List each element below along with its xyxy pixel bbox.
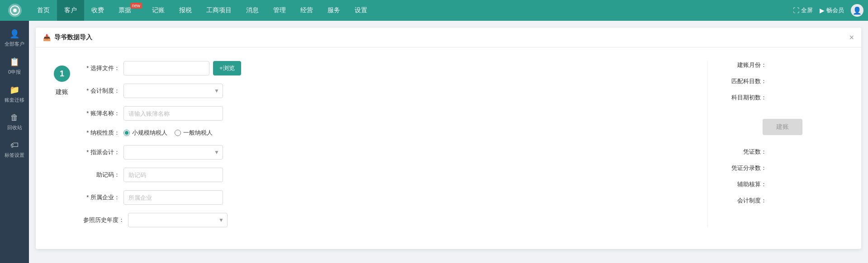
- sidebar-item-recycle[interactable]: 🗑 回收站: [0, 109, 29, 135]
- tax-type-row: * 纳税性质： 小规模纳税人 一般纳税人: [79, 129, 707, 137]
- accounting-system-label: * 会计制度：: [79, 87, 120, 95]
- assistant-code-row: 助记码：: [79, 168, 707, 182]
- vip-button[interactable]: ▶ 畅会员: [820, 6, 844, 14]
- info-voucher-entries: 凭证分录数：: [721, 164, 843, 172]
- file-row: * 选择文件： +浏览: [79, 61, 707, 75]
- nav-ticket[interactable]: 票据 new: [111, 0, 145, 21]
- accounting-system-select[interactable]: [123, 84, 223, 98]
- app-logo: [5, 0, 25, 21]
- recycle-icon: 🗑: [10, 113, 19, 122]
- history-year-select[interactable]: [128, 213, 228, 227]
- step-badge: 1: [54, 66, 70, 82]
- info-vouchers: 凭证数：: [721, 148, 843, 156]
- accounting-system-row: * 会计制度： ▼: [79, 84, 707, 98]
- ledger-migration-icon: 📁: [9, 85, 19, 95]
- step-section: 1 建账 * 选择文件： +浏览 * 会计制度：: [54, 61, 707, 227]
- accountant-label: * 指派会计：: [79, 148, 120, 156]
- dialog-body: 1 建账 * 选择文件： +浏览 * 会计制度：: [36, 47, 861, 241]
- info-period-initial-label: 科目期初数：: [721, 94, 767, 102]
- accountant-select-wrapper: ▼: [123, 145, 223, 160]
- history-year-select-wrapper: ▼: [128, 213, 228, 227]
- vip-icon: ▶: [820, 7, 825, 14]
- zero-declaration-icon: 📋: [9, 57, 19, 67]
- nav-business[interactable]: 工商项目: [199, 0, 239, 21]
- nav-fee[interactable]: 收费: [84, 0, 111, 21]
- company-label: * 所属企业：: [79, 193, 120, 202]
- info-accounting-system-label: 会计制度：: [721, 197, 767, 205]
- sidebar: 👤 全部客户 📋 0申报 📁 账套迁移 🗑 回收站 🏷 标签设置: [0, 21, 29, 263]
- file-label: * 选择文件：: [79, 64, 120, 72]
- form-section: * 选择文件： +浏览 * 会计制度： ▼: [79, 61, 707, 227]
- file-input[interactable]: [123, 61, 209, 75]
- browse-button[interactable]: +浏览: [213, 61, 241, 75]
- info-aux-accounting: 辅助核算：: [721, 180, 843, 188]
- company-row: * 所属企业：: [79, 190, 707, 205]
- assistant-code-label: 助记码：: [79, 171, 120, 179]
- nav-manage[interactable]: 管理: [266, 0, 293, 21]
- info-period-initial: 科目期初数：: [721, 94, 843, 102]
- sidebar-item-ledger-migration[interactable]: 📁 账套迁移: [0, 81, 29, 107]
- tax-radio-small[interactable]: 小规模纳税人: [123, 129, 167, 137]
- nav-right: ⛶ 全屏 ▶ 畅会员 👤: [793, 4, 863, 17]
- create-account-button[interactable]: 建账: [763, 119, 802, 135]
- accounting-system-select-wrapper: ▼: [123, 84, 223, 98]
- sidebar-item-zero-declaration[interactable]: 📋 0申报: [0, 53, 29, 79]
- info-match-subjects-label: 匹配科目数：: [721, 77, 767, 85]
- nav-service[interactable]: 服务: [320, 0, 347, 21]
- right-section: 建账月份： 匹配科目数： 科目期初数： 建账 凭证数：: [707, 61, 843, 227]
- nav-home[interactable]: 首页: [30, 0, 57, 21]
- assistant-code-input[interactable]: [123, 168, 223, 182]
- nav-settings[interactable]: 设置: [347, 0, 375, 21]
- sidebar-item-tag-settings[interactable]: 🏷 标签设置: [0, 137, 29, 162]
- tax-type-label: * 纳税性质：: [79, 129, 120, 137]
- tag-settings-icon: 🏷: [10, 141, 19, 150]
- accountant-select[interactable]: [123, 145, 223, 160]
- history-year-label: 参照历史年度：: [79, 216, 124, 224]
- dialog-title: 导爷数据导入: [54, 33, 92, 42]
- ledger-name-input[interactable]: [123, 106, 223, 121]
- info-aux-accounting-label: 辅助核算：: [721, 180, 767, 188]
- nav-bookkeeping[interactable]: 记账: [145, 0, 172, 21]
- info-accounting-system: 会计制度：: [721, 197, 843, 205]
- nav-items: 首页 客户 收费 票据 new 记账 报税 工商项目 消息 管理 经营 服务 设…: [30, 0, 793, 21]
- info-match-subjects: 匹配科目数：: [721, 77, 843, 85]
- sidebar-item-all-customers[interactable]: 👤 全部客户: [0, 25, 29, 51]
- close-button[interactable]: ×: [849, 33, 854, 42]
- nav-tax[interactable]: 报税: [172, 0, 199, 21]
- accountant-row: * 指派会计： ▼: [79, 145, 707, 160]
- tax-radio-general[interactable]: 一般纳税人: [175, 129, 213, 137]
- nav-badge-new: new: [130, 3, 142, 9]
- dialog-header: 📥 导爷数据导入 ×: [36, 28, 861, 47]
- nav-customer[interactable]: 客户: [57, 0, 84, 21]
- import-icon: 📥: [43, 34, 51, 41]
- all-customers-icon: 👤: [9, 29, 19, 39]
- ledger-name-row: * 账簿名称：: [79, 106, 707, 121]
- company-input[interactable]: [123, 190, 223, 205]
- fullscreen-icon: ⛶: [793, 7, 799, 14]
- import-dialog: 📥 导爷数据导入 × 1 建账 * 选择文件： +浏览: [36, 28, 861, 249]
- ledger-name-label: * 账簿名称：: [79, 109, 120, 117]
- avatar-icon: 👤: [853, 6, 862, 15]
- info-vouchers-label: 凭证数：: [721, 148, 767, 156]
- main-content: 📥 导爷数据导入 × 1 建账 * 选择文件： +浏览: [29, 21, 868, 263]
- step-label: 建账: [56, 88, 68, 96]
- fullscreen-button[interactable]: ⛶ 全屏: [793, 6, 813, 14]
- tax-radio-group: 小规模纳税人 一般纳税人: [123, 129, 707, 137]
- info-voucher-entries-label: 凭证分录数：: [721, 164, 767, 172]
- info-month-label: 建账月份：: [721, 61, 767, 69]
- history-year-row: 参照历史年度： ▼: [79, 213, 707, 227]
- top-navigation: 首页 客户 收费 票据 new 记账 报税 工商项目 消息 管理 经营 服务 设…: [0, 0, 868, 21]
- nav-operation[interactable]: 经营: [293, 0, 320, 21]
- user-avatar[interactable]: 👤: [851, 4, 863, 17]
- nav-message[interactable]: 消息: [239, 0, 266, 21]
- info-month: 建账月份：: [721, 61, 843, 69]
